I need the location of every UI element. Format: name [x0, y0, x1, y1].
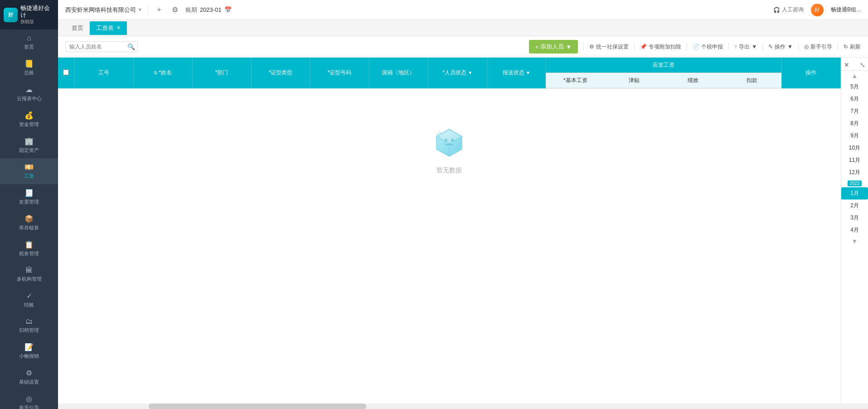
- sidebar-item-multi-org[interactable]: 🏛 多机构管理: [0, 262, 58, 287]
- sidebar-item-fund[interactable]: 💰 资金管理: [0, 107, 58, 132]
- month-item-2022-6[interactable]: 6月: [841, 93, 868, 105]
- month-item-2022-7[interactable]: 7月: [841, 105, 868, 117]
- refresh-label: 刷新: [850, 43, 861, 51]
- guide-icon: ◎: [26, 394, 32, 403]
- right-panel-header: ✕ ⤡: [841, 59, 868, 71]
- app-name: 畅捷通好会计: [20, 5, 54, 19]
- right-panel-expand-button[interactable]: ⤡: [860, 61, 865, 68]
- expense-icon: 📝: [24, 343, 34, 351]
- operate-label: 操作: [775, 43, 786, 51]
- month-item-2023-2[interactable]: 2月: [841, 200, 868, 212]
- sidebar-item-tax[interactable]: 📋 税务管理: [0, 236, 58, 262]
- right-panel-close-button[interactable]: ✕: [844, 61, 849, 68]
- personal-tax-action[interactable]: 📄 个税申报: [693, 43, 723, 51]
- human-service-label: 人工咨询: [782, 6, 804, 14]
- accounting-period: 账期 2023-01 📅: [185, 6, 232, 14]
- period-label: 账期: [185, 6, 197, 14]
- sidebar-label-salary: 工资: [24, 173, 34, 180]
- month-item-2022-5[interactable]: 5月: [841, 81, 868, 93]
- table-header-base-salary: *基本工资: [546, 73, 605, 88]
- table-header-report-status: 报送状态 ▼: [487, 58, 546, 88]
- calendar-icon[interactable]: 📅: [224, 6, 232, 13]
- company-settings-button[interactable]: ⚙: [170, 4, 180, 16]
- month-item-2022-12[interactable]: 12月: [841, 166, 868, 179]
- sidebar-item-inventory[interactable]: 📦 库存核算: [0, 210, 58, 236]
- social-security-label: 统一社保设置: [596, 43, 629, 51]
- sidebar-label-guide: 新手引导: [19, 404, 39, 409]
- guide-action[interactable]: ◎ 新手引导: [804, 43, 832, 51]
- scroll-up-button[interactable]: ▲: [850, 71, 859, 81]
- horizontal-scrollbar[interactable]: [58, 404, 868, 409]
- salary-table: 工号 ⇅ *姓名 *部门 *证型类型 *证型号码 国籍（地区） *人员状态 ▼: [58, 58, 841, 211]
- header: 西安虾米网络科技有限公司 ▼ ＋ ⚙ 账期 2023-01 📅 🎧 人工咨询 好…: [58, 0, 868, 20]
- month-item-2022-9[interactable]: 9月: [841, 130, 868, 142]
- human-service-button[interactable]: 🎧 人工咨询: [773, 6, 804, 14]
- status-filter-icon[interactable]: ▼: [468, 70, 472, 75]
- export-action[interactable]: ↑ 导出 ▼: [734, 43, 757, 51]
- toolbar-sep-7: [838, 43, 838, 50]
- table-header-row-1: 工号 ⇅ *姓名 *部门 *证型类型 *证型号码 国籍（地区） *人员状态 ▼: [58, 58, 841, 73]
- guide-toolbar-icon: ◎: [804, 44, 809, 50]
- user-name[interactable]: 畅捷通B组...: [831, 6, 861, 14]
- sidebar-item-fixed-assets[interactable]: 🏢 固定资产: [0, 132, 58, 158]
- scroll-down-button[interactable]: ▼: [850, 236, 859, 246]
- month-item-2023-4[interactable]: 4月: [841, 224, 868, 236]
- sidebar-label-invoice: 发票管理: [19, 199, 39, 205]
- settings-icon: ⚙: [26, 369, 32, 377]
- special-deduction-action[interactable]: 📌 专项附加扣除: [640, 43, 681, 51]
- sidebar-label-fund: 资金管理: [19, 121, 39, 128]
- sidebar-label-tax: 税务管理: [19, 250, 39, 257]
- sidebar-item-home[interactable]: ⌂ 首页: [0, 29, 58, 55]
- month-item-2023-3[interactable]: 3月: [841, 212, 868, 224]
- search-input[interactable]: [65, 41, 138, 52]
- company-selector[interactable]: 西安虾米网络科技有限公司 ▼: [65, 6, 142, 14]
- sidebar-item-closing[interactable]: ✓ 结账: [0, 287, 58, 313]
- sidebar-item-archive[interactable]: 🗂 归档管理: [0, 313, 58, 338]
- invoice-icon: 🧾: [24, 189, 34, 197]
- month-item-2023-1[interactable]: 1月: [841, 187, 868, 200]
- sidebar-label-inventory: 库存核算: [19, 224, 39, 231]
- app-edition: 旗舰版: [20, 19, 54, 25]
- add-person-dropdown-icon: ▼: [566, 44, 572, 50]
- sidebar-label-expense: 小畅报销: [19, 353, 39, 360]
- special-deduction-label: 专项附加扣除: [649, 43, 681, 51]
- toolbar-sep-6: [798, 43, 799, 50]
- sidebar-nav: ⌂ 首页 📒 总账 ☁ 云报表中心 💰 资金管理 🏢 固定资产 💴 工资 🧾 发…: [0, 29, 58, 409]
- tab-home[interactable]: 首页: [65, 21, 90, 35]
- add-person-button[interactable]: + 添加人员 ▼: [529, 40, 578, 54]
- search-wrapper: 🔍: [65, 41, 138, 52]
- sidebar-item-ledger[interactable]: 📒 总账: [0, 55, 58, 81]
- add-company-button[interactable]: ＋: [154, 3, 165, 16]
- export-icon: ↑: [734, 44, 737, 50]
- sidebar-item-settings[interactable]: ⚙ 基础设置: [0, 364, 58, 390]
- month-item-2022-8[interactable]: 8月: [841, 117, 868, 130]
- social-security-action[interactable]: ⚙ 统一社保设置: [589, 43, 629, 51]
- empty-icon: [431, 125, 467, 161]
- sidebar-item-expense[interactable]: 📝 小畅报销: [0, 338, 58, 364]
- report-status-filter-icon[interactable]: ▼: [526, 70, 530, 75]
- tab-salary-table[interactable]: 工资表 ✕: [90, 21, 127, 35]
- scrollbar-thumb[interactable]: [149, 404, 366, 409]
- sidebar-label-ledger: 总账: [24, 69, 34, 76]
- sidebar-item-invoice[interactable]: 🧾 发票管理: [0, 184, 58, 210]
- sort-icon-name: ⇅: [154, 70, 157, 75]
- table-header-nationality: 国籍（地区）: [369, 58, 428, 88]
- toolbar-right: + 添加人员 ▼ ⚙ 统一社保设置 📌 专项附加扣除 📄 个税申报 ↑: [529, 40, 861, 54]
- table-header-checkbox[interactable]: [58, 58, 74, 88]
- closing-icon: ✓: [26, 292, 32, 300]
- refresh-action[interactable]: ↻ 刷新: [844, 43, 861, 51]
- toolbar-sep-4: [728, 43, 729, 50]
- user-avatar: 好: [811, 4, 824, 16]
- empty-row: 暂无数据: [58, 88, 841, 211]
- empty-text: 暂无数据: [436, 166, 462, 175]
- sidebar-item-guide[interactable]: ◎ 新手引导: [0, 390, 58, 409]
- sidebar-item-salary[interactable]: 💴 工资: [0, 158, 58, 184]
- tab-close-icon[interactable]: ✕: [116, 25, 121, 31]
- select-all-checkbox[interactable]: [63, 69, 69, 75]
- sidebar-label-closing: 结账: [24, 302, 34, 308]
- search-icon[interactable]: 🔍: [127, 43, 135, 50]
- month-item-2022-10[interactable]: 10月: [841, 142, 868, 154]
- operate-action[interactable]: ✎ 操作 ▼: [768, 43, 793, 51]
- month-item-2022-11[interactable]: 11月: [841, 154, 868, 166]
- sidebar-item-cloud-report[interactable]: ☁ 云报表中心: [0, 81, 58, 107]
